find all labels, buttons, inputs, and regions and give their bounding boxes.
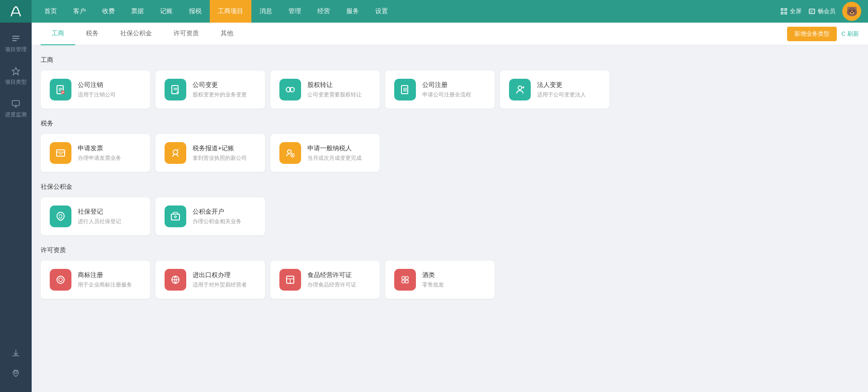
nav-customer[interactable]: 客户 [65,0,94,23]
card-info-social-insurance: 社保登记 进行人员社保登记 [78,208,121,225]
nav-message[interactable]: 消息 [251,0,280,23]
card-company-change[interactable]: 公司变更 股权变更外的业务变更 [156,71,265,109]
svg-point-38 [288,150,291,153]
card-name-invoice: 申请发票 [78,144,121,153]
sidebar-item-progress[interactable]: 进度监测 [0,92,32,125]
cards-tax: 申请发票 办理申请发票业务 税务报道+记账 拿到营业执照的新公司 [41,134,859,172]
nav-right: 全屏 畅会员 🐻 [780,2,868,21]
card-import-export[interactable]: 进出口权办理 适用于对外贸易经营者 [156,261,265,299]
card-desc-company-cancel: 适用于注销公司 [78,91,116,99]
svg-rect-42 [171,214,179,220]
nav-ticket[interactable]: 票据 [123,0,152,23]
card-info-import-export: 进出口权办理 适用于对外贸易经营者 [193,271,247,289]
nav-tax[interactable]: 报税 [181,0,210,23]
card-info-taxpayer: 申请一般纳税人 当月或次月成变更完成 [307,144,362,162]
card-info-company-register: 公司注册 申请公司注册全流程 [422,81,471,99]
card-fund-account[interactable]: 公积金开户 办理公积金相关业务 [156,197,265,235]
svg-marker-10 [12,67,19,75]
sidebar-item-project-type[interactable]: 项目类型 [0,60,32,92]
svg-point-44 [57,276,64,283]
card-social-insurance[interactable]: 社保登记 进行人员社保登记 [41,197,150,235]
mascot: 🐻 [842,2,861,21]
nav-operation[interactable]: 经营 [309,0,338,23]
card-info-alcohol: 酒类 零售批发 [422,271,444,289]
nav-service[interactable]: 服务 [338,0,367,23]
card-info-legal-change: 法人变更 适用于公司变更法人 [537,81,586,99]
card-desc-tax-report: 拿到营业执照的新公司 [193,154,247,162]
card-name-social-insurance: 社保登记 [78,208,121,216]
svg-rect-3 [785,12,787,14]
svg-rect-11 [12,100,19,105]
card-info-company-cancel: 公司注销 适用于注销公司 [78,81,116,99]
nav-home[interactable]: 首页 [36,0,65,23]
card-icon-company-cancel [50,79,71,100]
member-button[interactable]: 畅会员 [808,7,835,15]
card-company-cancel[interactable]: 公司注销 适用于注销公司 [41,71,150,109]
fullscreen-button[interactable]: 全屏 [780,7,802,15]
svg-rect-33 [57,150,65,156]
cards-social: 社保登记 进行人员社保登记 公积金开户 办理公积金相关业务 [41,197,859,235]
svg-rect-52 [402,280,405,283]
card-icon-import-export [165,269,186,291]
tab-industrial[interactable]: 工商 [41,23,75,45]
scroll-content[interactable]: 工商 公司注销 适用于注销公司 [32,45,868,392]
card-desc-food-license: 办理食品经营许可证 [307,281,356,289]
card-desc-fund-account: 办理公积金相关业务 [193,218,241,225]
card-desc-legal-change: 适用于公司变更法人 [537,91,586,99]
card-tax-report[interactable]: 税务报道+记账 拿到营业执照的新公司 [156,134,265,172]
card-company-register[interactable]: 公司注册 申请公司注册全流程 [385,71,495,109]
card-name-tax-report: 税务报道+记账 [193,144,247,153]
card-alcohol[interactable]: 酒类 零售批发 [385,261,495,299]
card-name-company-register: 公司注册 [422,81,471,89]
sidebar-label-project-manage: 项目管理 [5,46,27,53]
nav-settings[interactable]: 设置 [367,0,396,23]
card-icon-alcohol [394,269,416,291]
card-legal-change[interactable]: 法人变更 适用于公司变更法人 [500,71,609,109]
nav-items: 首页 客户 收费 票据 记账 报税 工商项目 消息 管理 经营 服务 设置 [32,0,780,23]
svg-point-43 [175,216,176,218]
card-desc-company-change: 股权变更外的业务变更 [193,91,247,99]
sidebar-location[interactable] [0,363,32,383]
card-info-equity-transfer: 股权转让 公司变更需要股权转让 [307,81,362,99]
card-name-import-export: 进出口权办理 [193,271,247,279]
nav-industrial[interactable]: 工商项目 [210,0,251,23]
nav-manage[interactable]: 管理 [280,0,309,23]
main-layout: 项目管理 项目类型 进度监测 [0,23,868,392]
card-food-license[interactable]: 食品经营许可证 办理食品经营许可证 [270,261,380,299]
sidebar-item-project-manage[interactable]: 项目管理 [0,27,32,60]
svg-rect-0 [781,9,783,10]
card-icon-fund-account [165,206,186,227]
tab-license[interactable]: 许可资质 [163,23,210,45]
card-equity-transfer[interactable]: 股权转让 公司变更需要股权转让 [270,71,380,109]
tab-tax[interactable]: 税务 [75,23,109,45]
nav-fee[interactable]: 收费 [94,0,123,23]
card-icon-trademark [50,269,71,291]
tab-other[interactable]: 其他 [210,23,244,45]
card-taxpayer[interactable]: 申请一般纳税人 当月或次月成变更完成 [270,134,380,172]
new-type-button[interactable]: 新增业务类型 [787,27,837,41]
sidebar-label-project-type: 项目类型 [5,78,27,86]
card-icon-legal-change [509,79,531,100]
card-icon-food-license [279,269,301,291]
card-info-invoice: 申请发票 办理申请发票业务 [78,144,121,162]
card-icon-social-insurance [50,206,71,227]
cards-license: 商标注册 用于企业商标注册服务 进出口权办理 适用于对外贸易经营者 [41,261,859,299]
tab-social-insurance[interactable]: 社保公积金 [109,23,163,45]
card-info-company-change: 公司变更 股权变更外的业务变更 [193,81,247,99]
card-desc-taxpayer: 当月或次月成变更完成 [307,154,362,162]
sidebar-label-progress: 进度监测 [5,111,27,119]
member-label: 畅会员 [818,7,835,15]
svg-point-14 [14,371,17,373]
tab-bar: 工商 税务 社保公积金 许可资质 其他 新增业务类型 C 刷新 [32,23,868,45]
card-trademark[interactable]: 商标注册 用于企业商标注册服务 [41,261,150,299]
svg-rect-50 [402,277,405,279]
card-icon-company-change [165,79,186,100]
card-name-legal-change: 法人变更 [537,81,586,89]
fullscreen-label: 全屏 [790,7,802,15]
sidebar-download[interactable] [0,343,32,363]
card-invoice[interactable]: 申请发票 办理申请发票业务 [41,134,150,172]
card-info-trademark: 商标注册 用于企业商标注册服务 [78,271,132,289]
refresh-button[interactable]: C 刷新 [841,30,859,38]
nav-bookkeeping[interactable]: 记账 [152,0,181,23]
tab-right-actions: 新增业务类型 C 刷新 [787,27,859,45]
